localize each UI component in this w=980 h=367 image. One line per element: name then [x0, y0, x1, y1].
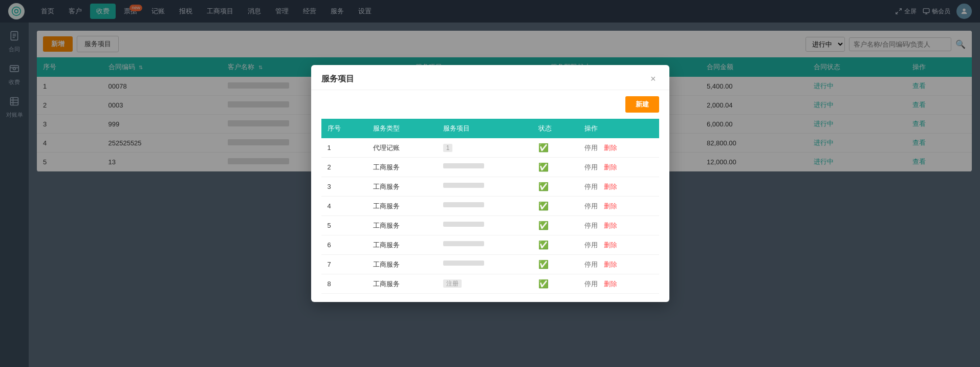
modal-row-item	[437, 235, 533, 255]
list-item: 1 代理记账 1 ✅ 停用 删除	[321, 138, 659, 158]
delete-button[interactable]: 删除	[604, 144, 617, 152]
modal-row-type: 工商服务	[367, 216, 437, 235]
modal-row-seq: 7	[321, 255, 367, 274]
modal-row-action: 停用 删除	[578, 158, 659, 177]
list-item: 2 工商服务 ✅ 停用 删除	[321, 158, 659, 177]
modal-row-seq: 8	[321, 274, 367, 294]
modal-row-action: 停用 删除	[578, 235, 659, 255]
list-item: 8 工商服务 注册 ✅ 停用 删除	[321, 274, 659, 294]
modal-row-action: 停用 删除	[578, 177, 659, 197]
modal-col-status: 状态	[532, 119, 578, 138]
modal-table: 序号 服务类型 服务项目 状态 操作 1 代理记账 1 ✅ 停用 删除 2 工商…	[321, 119, 659, 294]
modal-row-type: 工商服务	[367, 177, 437, 197]
modal-table-wrap: 序号 服务类型 服务项目 状态 操作 1 代理记账 1 ✅ 停用 删除 2 工商…	[311, 119, 669, 302]
modal-col-action: 操作	[578, 119, 659, 138]
modal-row-action: 停用 删除	[578, 274, 659, 294]
list-item: 6 工商服务 ✅ 停用 删除	[321, 235, 659, 255]
modal-row-type: 工商服务	[367, 235, 437, 255]
list-item: 3 工商服务 ✅ 停用 删除	[321, 177, 659, 197]
modal-row-item	[437, 197, 533, 216]
modal-row-status: ✅	[532, 235, 578, 255]
modal-col-item: 服务项目	[437, 119, 533, 138]
modal-row-item	[437, 177, 533, 197]
modal-row-seq: 4	[321, 197, 367, 216]
modal-row-status: ✅	[532, 138, 578, 158]
stop-button[interactable]: 停用	[584, 183, 598, 190]
modal-row-type: 工商服务	[367, 158, 437, 177]
stop-button[interactable]: 停用	[584, 261, 598, 268]
modal-toolbar: 新建	[311, 90, 669, 119]
delete-button[interactable]: 删除	[604, 183, 617, 190]
list-item: 5 工商服务 ✅ 停用 删除	[321, 216, 659, 235]
delete-button[interactable]: 删除	[604, 163, 617, 171]
modal-row-seq: 6	[321, 235, 367, 255]
modal-overlay[interactable]: 服务项目 × 新建 序号 服务类型 服务项目 状态 操作 1 代理记账	[0, 0, 980, 367]
modal-row-item: 1	[437, 138, 533, 158]
modal-row-item	[437, 158, 533, 177]
modal-row-action: 停用 删除	[578, 138, 659, 158]
stop-button[interactable]: 停用	[584, 222, 598, 229]
service-items-modal: 服务项目 × 新建 序号 服务类型 服务项目 状态 操作 1 代理记账	[311, 65, 669, 302]
modal-row-seq: 1	[321, 138, 367, 158]
modal-row-item: 注册	[437, 274, 533, 294]
modal-row-type: 工商服务	[367, 197, 437, 216]
stop-button[interactable]: 停用	[584, 241, 598, 249]
modal-row-action: 停用 删除	[578, 197, 659, 216]
list-item: 4 工商服务 ✅ 停用 删除	[321, 197, 659, 216]
modal-header: 服务项目 ×	[311, 65, 669, 90]
modal-row-status: ✅	[532, 158, 578, 177]
delete-button[interactable]: 删除	[604, 261, 617, 268]
modal-close-button[interactable]: ×	[647, 73, 659, 84]
delete-button[interactable]: 删除	[604, 202, 617, 210]
modal-row-status: ✅	[532, 177, 578, 197]
modal-col-type: 服务类型	[367, 119, 437, 138]
modal-row-item	[437, 216, 533, 235]
modal-row-seq: 3	[321, 177, 367, 197]
modal-col-seq: 序号	[321, 119, 367, 138]
modal-row-status: ✅	[532, 216, 578, 235]
modal-row-status: ✅	[532, 274, 578, 294]
modal-row-type: 工商服务	[367, 255, 437, 274]
modal-row-action: 停用 删除	[578, 255, 659, 274]
stop-button[interactable]: 停用	[584, 202, 598, 210]
list-item: 7 工商服务 ✅ 停用 删除	[321, 255, 659, 274]
modal-row-status: ✅	[532, 197, 578, 216]
modal-row-type: 工商服务	[367, 274, 437, 294]
modal-row-seq: 2	[321, 158, 367, 177]
modal-row-action: 停用 删除	[578, 216, 659, 235]
modal-new-button[interactable]: 新建	[625, 96, 659, 113]
modal-row-type: 代理记账	[367, 138, 437, 158]
modal-row-status: ✅	[532, 255, 578, 274]
modal-row-item	[437, 255, 533, 274]
delete-button[interactable]: 删除	[604, 222, 617, 229]
stop-button[interactable]: 停用	[584, 163, 598, 171]
stop-button[interactable]: 停用	[584, 144, 598, 152]
delete-button[interactable]: 删除	[604, 241, 617, 249]
stop-button[interactable]: 停用	[584, 280, 598, 288]
delete-button[interactable]: 删除	[604, 280, 617, 288]
modal-row-seq: 5	[321, 216, 367, 235]
modal-title: 服务项目	[321, 74, 354, 84]
